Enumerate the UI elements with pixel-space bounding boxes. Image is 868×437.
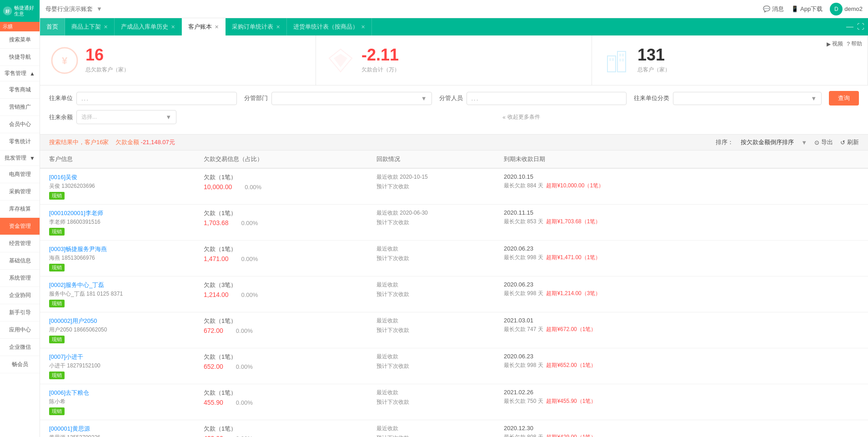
customer-info-r1: [0016]吴俊 吴俊 13026203696 现销 xyxy=(49,173,204,200)
sidebar-item-purchase-mgmt[interactable]: 采购管理 xyxy=(0,183,40,201)
overdue-link-r7[interactable]: 超期¥455.90（1笔） xyxy=(546,398,596,404)
expand-icon: ▼ xyxy=(96,5,102,12)
tab-close-production[interactable]: ✕ xyxy=(171,24,175,30)
help-btn[interactable]: ? 帮助 xyxy=(847,40,862,48)
payback-info-r5: 最近收款 预计下次收款 xyxy=(376,317,504,334)
chevron-down-icon-3: ▼ xyxy=(166,114,171,121)
overdue-link-r3[interactable]: 超期¥1,471.00（1笔） xyxy=(546,254,601,261)
tab-close-customer[interactable]: ✕ xyxy=(215,24,219,30)
customer-info-r3: [0003]畅捷服务尹海燕 海燕 18513066976 现销 xyxy=(49,245,204,271)
dept-input[interactable]: ▼ xyxy=(271,92,432,105)
export-btn[interactable]: ⊙ 导出 xyxy=(814,138,833,146)
svg-rect-9 xyxy=(612,58,614,61)
user-avatar[interactable]: D demo2 xyxy=(830,3,863,15)
sidebar-item-finance-mgmt[interactable]: 资金管理 xyxy=(0,218,40,235)
stat-debt-amount-content: -2.11 欠款合计（万） xyxy=(361,47,400,74)
customer-name-r3[interactable]: [0003]畅捷服务尹海燕 xyxy=(49,246,107,252)
sidebar-item-inventory-check[interactable]: 库存核算 xyxy=(0,201,40,218)
refresh-icon: ↺ xyxy=(840,139,845,146)
sidebar-item-basic-info[interactable]: 基础信息 xyxy=(0,252,40,270)
due-info-r3: 2020.06.23 最长欠款 998 天 超期¥1,471.00（1笔） xyxy=(504,245,859,261)
due-info-r7: 2021.02.26 最长欠款 750 天 超期¥455.90（1笔） xyxy=(504,389,859,405)
message-btn[interactable]: 💬 消息 xyxy=(763,5,784,13)
filter-row-2: 往来余额 选择... ▼ « 收起更多条件 xyxy=(49,110,859,124)
minimize-btn[interactable]: — xyxy=(846,23,853,31)
due-info-r4: 2020.06.23 最长欠款 998 天 超期¥1,214.00（3笔） xyxy=(504,281,859,297)
overdue-link-r4[interactable]: 超期¥1,214.00（3笔） xyxy=(546,290,601,296)
result-actions: 排序： 按欠款金额倒序排序 ▼ ⊙ 导出 ↺ 刷新 xyxy=(716,138,859,146)
sidebar-item-ops-mgmt[interactable]: 经营管理 xyxy=(0,235,40,252)
sidebar-item-new-guide[interactable]: 新手引导 xyxy=(0,304,40,321)
refresh-btn[interactable]: ↺ 刷新 xyxy=(840,138,859,146)
sort-selector[interactable]: 按欠款金额倒序排序 xyxy=(741,138,794,146)
tab-products[interactable]: 商品上下架 ✕ xyxy=(65,18,115,35)
customer-name-r5[interactable]: [000002]用户2050 xyxy=(49,317,97,324)
diamond-icon xyxy=(327,47,354,74)
topbar-right: 💬 消息 📱 App下载 D demo2 xyxy=(763,3,863,15)
stat-card-actions: ▶ 视频 ? 帮助 xyxy=(827,40,862,48)
collapse-button[interactable]: « 收起更多条件 xyxy=(501,111,542,123)
tab-close-purchase[interactable]: ✕ xyxy=(276,24,280,30)
export-icon: ⊙ xyxy=(814,139,819,146)
sidebar-item-member[interactable]: 畅会员 xyxy=(0,356,40,373)
overdue-link-r2[interactable]: 超期¥1,703.68（1笔） xyxy=(546,218,601,225)
total-customers-number: 131 xyxy=(637,47,670,63)
tabbar: 首页 商品上下架 ✕ 产成品入库单历史 ✕ 客户账本 ✕ 采购订单统计表 ✕ 进… xyxy=(40,18,868,35)
stats-row: ¥ 16 总欠款客户（家） -2.11 欠款合计（万） xyxy=(40,35,868,85)
sidebar-item-sys-mgmt[interactable]: 系统管理 xyxy=(0,270,40,287)
result-bar: 搜索结果中，客户16家 欠款金额 -21,148.07元 排序： 按欠款金额倒序… xyxy=(40,135,868,151)
sidebar-item-marketing[interactable]: 营销推广 xyxy=(0,99,40,116)
overdue-link-r1[interactable]: 超期¥10,000.00（1笔） xyxy=(546,182,604,189)
search-button[interactable]: 查询 xyxy=(829,91,859,105)
table-row: [0001020001]李老师 李老师 18600391516 现销 欠款（1笔… xyxy=(40,205,868,241)
customer-name-r6[interactable]: [0007]小进干 xyxy=(49,353,83,360)
sidebar-item-enterprise-wechat[interactable]: 企业微信 xyxy=(0,339,40,356)
customer-name-r1[interactable]: [0016]吴俊 xyxy=(49,174,77,181)
table-header: 客户信息 欠款交易信息（占比） 回款情况 到期未收款日期 xyxy=(40,151,868,169)
sidebar-item-retail-mgmt[interactable]: 零售管理 ▲ xyxy=(0,66,40,81)
customer-name-r2[interactable]: [0001020001]李老师 xyxy=(49,210,103,216)
th-customer: 客户信息 xyxy=(49,155,204,163)
manager-input[interactable]: ... xyxy=(467,92,627,105)
unit-category-input[interactable]: ▼ xyxy=(673,92,822,105)
sidebar-item-search-menu[interactable]: 搜索菜单 xyxy=(0,31,40,49)
tab-close-products[interactable]: ✕ xyxy=(104,24,108,30)
video-btn[interactable]: ▶ 视频 xyxy=(827,40,843,48)
customer-name-r7[interactable]: [0006]去下粮仓 xyxy=(49,389,89,396)
sidebar-item-app-center[interactable]: 应用中心 xyxy=(0,321,40,339)
customer-sub-r1: 吴俊 13026203696 xyxy=(49,182,204,190)
overdue-link-r5[interactable]: 超期¥672.00（1笔） xyxy=(546,326,596,332)
tab-customer[interactable]: 客户账本 ✕ xyxy=(182,18,226,35)
sidebar-item-quick-nav[interactable]: 快捷导航 xyxy=(0,49,40,66)
sidebar-item-retail-stats[interactable]: 零售统计 xyxy=(0,133,40,151)
debt-info-r4: 欠款（3笔） 1,214.00 0.00% xyxy=(204,281,376,298)
customer-name-r4[interactable]: [0002]服务中心_丁磊 xyxy=(49,281,104,288)
overdue-link-r8[interactable]: 超期¥429.00（1笔） xyxy=(546,434,596,437)
balance-input[interactable]: 选择... ▼ xyxy=(76,110,176,124)
debt-info-r8: 欠款（1笔） 429.00 0.00% xyxy=(204,425,376,437)
sidebar-item-ecom-mgmt[interactable]: 电商管理 xyxy=(0,166,40,183)
customer-info-r2: [0001020001]李老师 李老师 18600391516 现销 xyxy=(49,209,204,236)
debt-info-r1: 欠款（1笔） 10,000.00 0.00% xyxy=(204,173,376,191)
due-info-r6: 2020.06.23 最长欠款 998 天 超期¥652.00（1笔） xyxy=(504,353,859,369)
payback-info-r7: 最近收款 预计下次收款 xyxy=(376,389,504,406)
tab-purchase[interactable]: 采购订单统计表 ✕ xyxy=(226,18,287,35)
sidebar: 好 畅捷通好生意 示膳 搜索菜单 快捷导航 零售管理 ▲ 零售商城 营销推广 xyxy=(0,0,40,437)
tab-production[interactable]: 产成品入库单历史 ✕ xyxy=(115,18,182,35)
tab-close-inbound[interactable]: ✕ xyxy=(361,24,365,30)
filter-source-unit: 往来单位 ... xyxy=(49,92,237,105)
maximize-btn[interactable]: ⛶ xyxy=(857,23,864,31)
sidebar-item-enterprise-collab[interactable]: 企业协同 xyxy=(0,287,40,304)
sidebar-item-retail-mall[interactable]: 零售商城 xyxy=(0,81,40,99)
tab-home[interactable]: 首页 xyxy=(40,18,65,35)
source-unit-input[interactable]: ... xyxy=(76,92,237,105)
app-download-btn[interactable]: 📱 App下载 xyxy=(791,5,823,13)
customer-name-r8[interactable]: [000001]黄思源 xyxy=(49,425,90,432)
overdue-link-r6[interactable]: 超期¥652.00（1笔） xyxy=(546,362,596,368)
tab-inbound[interactable]: 进货单统计表（按商品） ✕ xyxy=(287,18,372,35)
sidebar-item-member-center[interactable]: 会员中心 xyxy=(0,116,40,133)
debt-customers-number: 16 xyxy=(85,47,129,63)
filter-manager: 分管人员 ... xyxy=(439,92,627,105)
sidebar-item-batch-mgmt[interactable]: 批发管理 ▼ xyxy=(0,151,40,166)
customer-info-r8: [000001]黄思源 黄思源 13552700226 现销 xyxy=(49,425,204,437)
